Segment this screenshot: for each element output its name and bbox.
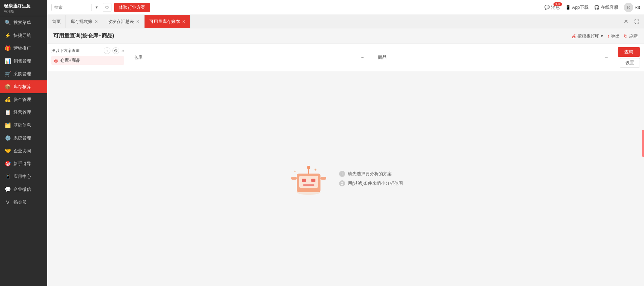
sidebar-item-operation[interactable]: 📋经营管理 (0, 106, 47, 119)
sidebar-label-basic: 基础信息 (14, 122, 31, 128)
export-label: 导出 (611, 33, 620, 39)
empty-tips: 1 请先选择要分析的方案 2 用[过滤]条件来缩小分析范围 (339, 171, 403, 186)
tab-label-batch-account: 库存批次账 (71, 19, 93, 25)
add-scheme-button[interactable]: + (104, 47, 110, 54)
topbar: ▾ ⚙ 体验行业方案 💬 消息 99+ 📱 App下载 🎧 在线客服 R Rit (47, 0, 644, 15)
logo-title: 畅康通好生意 (4, 3, 43, 9)
tab-close-batch-account[interactable]: ✕ (95, 19, 98, 24)
warehouse-input[interactable] (145, 54, 358, 61)
sidebar-icon-basic: 🗂️ (5, 122, 11, 128)
query-button[interactable]: 查询 (618, 47, 640, 57)
sidebar-item-quick-nav[interactable]: ⚡快捷导航 (0, 29, 47, 42)
settings-scheme-button[interactable]: ⚙ (112, 47, 119, 54)
sidebar-item-app-center[interactable]: 📱应用中心 (0, 170, 47, 183)
message-button[interactable]: 💬 消息 99+ (544, 4, 560, 10)
export-button[interactable]: ↑ 导出 (607, 33, 620, 39)
product-more-icon[interactable]: ··· (605, 55, 608, 60)
industry-button[interactable]: 体验行业方案 (114, 3, 150, 12)
user-profile[interactable]: R Rit (624, 3, 640, 12)
tab-batch-account[interactable]: 库存批次账✕ (66, 15, 103, 28)
query-settings-button[interactable]: 设置 (620, 58, 640, 68)
scheme-icon: ◎ (54, 58, 58, 63)
svg-rect-9 (320, 177, 326, 180)
sidebar-item-inventory[interactable]: 📦库存核算 (0, 80, 47, 93)
warehouse-more-icon[interactable]: ··· (361, 55, 364, 60)
sidebar-icon-search: 🔍 (5, 20, 11, 26)
online-service-button[interactable]: 🎧 在线客服 (594, 4, 618, 10)
sidebar-icon-purchase: 🛒 (5, 71, 11, 77)
print-dropdown-icon[interactable]: ▾ (601, 33, 603, 38)
query-scheme-title: 按以下方案查询 (51, 48, 80, 54)
main-area: ▾ ⚙ 体验行业方案 💬 消息 99+ 📱 App下载 🎧 在线客服 R Rit (47, 0, 644, 286)
sidebar-item-finance[interactable]: 💰资金管理 (0, 93, 47, 106)
app-download-button[interactable]: 📱 App下载 (565, 4, 589, 10)
scroll-indicator[interactable] (642, 130, 644, 157)
print-button[interactable]: 🖨 按模板打印 ▾ (571, 33, 603, 39)
refresh-button[interactable]: ↻ 刷新 (624, 33, 638, 39)
search-input[interactable] (51, 4, 92, 11)
product-field: 商品 ··· (378, 54, 609, 61)
warehouse-field: 仓库 ··· (134, 54, 364, 61)
tab-label-home: 首页 (52, 19, 61, 25)
sidebar-icon-wechat: 💬 (5, 186, 11, 192)
svg-rect-2 (299, 176, 318, 188)
tab-label-receipt-summary: 收发存汇总表 (108, 19, 134, 25)
message-icon: 💬 (544, 5, 550, 10)
tab-receipt-summary[interactable]: 收发存汇总表✕ (103, 15, 145, 28)
svg-rect-8 (291, 177, 297, 180)
sidebar-logo: 畅康通好生意 标准版 (0, 0, 47, 16)
tab-available-qty[interactable]: 可用量库存账本✕ (145, 15, 190, 28)
tab-close-receipt-summary[interactable]: ✕ (136, 19, 139, 24)
tabs-right-actions: ✕ ⛶ (621, 15, 644, 28)
scheme-item-warehouse-product[interactable]: ◎ 仓库+商品 (51, 56, 124, 65)
sidebar-item-wechat[interactable]: 💬企业微信 (0, 183, 47, 196)
dropdown-icon[interactable]: ▾ (93, 4, 100, 11)
sidebar-label-app-center: 应用中心 (14, 174, 31, 180)
svg-text:✦: ✦ (293, 170, 296, 173)
tabs-bar: 首页库存批次账✕收发存汇总表✕可用量库存账本✕ ✕ ⛶ (47, 15, 644, 28)
tab-expand-button[interactable]: ⛶ (632, 17, 641, 26)
sidebar-item-purchase[interactable]: 🛒采购管理 (0, 68, 47, 80)
sidebar-label-search: 搜索菜单 (14, 20, 31, 26)
tab-close-available-qty[interactable]: ✕ (182, 19, 185, 24)
settings-icon[interactable]: ⚙ (103, 3, 111, 12)
sidebar-item-newbie[interactable]: 🎯新手引导 (0, 157, 47, 170)
sidebar-label-purchase: 采购管理 (14, 71, 31, 77)
sidebar-label-system: 系统管理 (14, 135, 31, 141)
phone-icon: 📱 (565, 5, 571, 10)
page-content: 可用量查询(按仓库+商品) 🖨 按模板打印 ▾ ↑ 导出 ↻ 刷新 (47, 28, 644, 286)
query-actions: 查询 设置 (614, 44, 644, 71)
query-right: 仓库 ··· 商品 ··· (128, 44, 614, 71)
tip-text-2: 用[过滤]条件来缩小分析范围 (348, 180, 403, 186)
tip-num-1: 1 (339, 171, 345, 177)
product-input[interactable] (389, 54, 602, 61)
sidebar-icon-enterprise: 🤝 (5, 148, 11, 154)
sidebar-item-member[interactable]: V畅会员 (0, 196, 47, 209)
collapse-icon[interactable]: « (121, 48, 124, 53)
sidebar-item-search[interactable]: 🔍搜索菜单 (0, 16, 47, 29)
sidebar-label-enterprise: 企业协同 (14, 148, 31, 154)
empty-state: ✦ ✦ 1 请先选择要分析的方案 2 用[过滤]条件来缩小分析范围 (47, 71, 644, 286)
query-left-header: 按以下方案查询 + ⚙ « (51, 47, 124, 54)
sidebar-item-system[interactable]: ⚙️系统管理 (0, 132, 47, 145)
sidebar-label-newbie: 新手引导 (14, 161, 31, 167)
sidebar-item-enterprise[interactable]: 🤝企业协同 (0, 145, 47, 157)
page-header-actions: 🖨 按模板打印 ▾ ↑ 导出 ↻ 刷新 (571, 33, 638, 39)
print-label: 按模板打印 (577, 33, 599, 39)
sidebar-label-wechat: 企业微信 (14, 186, 31, 192)
refresh-label: 刷新 (629, 33, 638, 39)
tab-close-all-button[interactable]: ✕ (621, 17, 630, 26)
query-panel: 按以下方案查询 + ⚙ « ◎ 仓库+商品 仓库 ··· (47, 44, 644, 71)
svg-rect-5 (303, 184, 314, 186)
sidebar-label-marketing: 营销推广 (14, 45, 31, 51)
sidebar-item-marketing[interactable]: 🎁营销推广 (0, 42, 47, 55)
tab-home[interactable]: 首页 (47, 15, 66, 28)
sidebar-item-sales[interactable]: 📊销售管理 (0, 55, 47, 68)
sidebar-label-sales: 销售管理 (14, 58, 31, 64)
tip-num-2: 2 (339, 180, 345, 186)
logo-sub: 标准版 (4, 9, 43, 14)
product-label: 商品 (378, 54, 387, 60)
sidebar-label-quick-nav: 快捷导航 (14, 32, 31, 38)
sidebar-item-basic[interactable]: 🗂️基础信息 (0, 119, 47, 132)
tab-label-available-qty: 可用量库存账本 (149, 19, 180, 25)
